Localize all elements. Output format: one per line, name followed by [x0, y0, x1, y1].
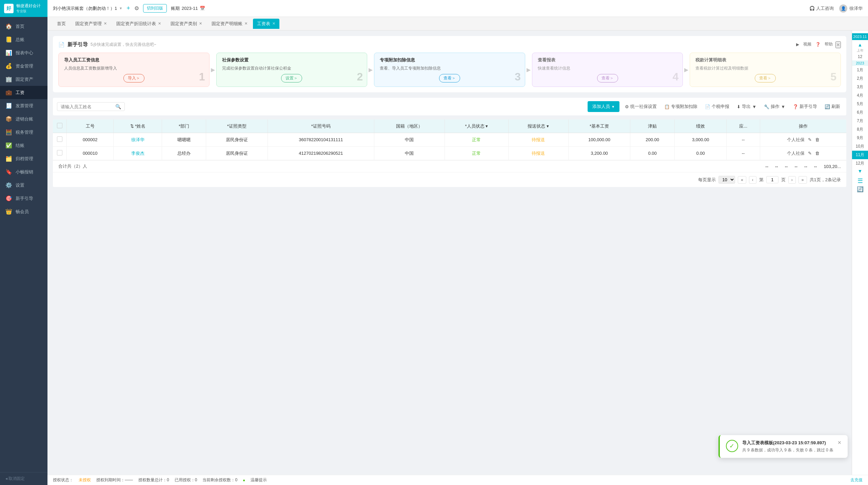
tab-detail[interactable]: 固定资产明细账 ✕ [208, 19, 252, 29]
add-people-button[interactable]: 添加人员 ▼ [588, 101, 619, 112]
row-2-checkbox-cell[interactable] [53, 147, 67, 160]
right-refresh-icon[interactable]: 🔄 [857, 186, 864, 192]
sidebar-item-fixed[interactable]: 🏢 固定资产 [0, 73, 47, 86]
calendar-up-nav[interactable]: ▲ [852, 41, 868, 48]
tab-fixed-assets[interactable]: 固定资产管理 ✕ [71, 19, 111, 29]
cal-month-9[interactable]: 9月 [852, 134, 868, 142]
cal-month-11[interactable]: 11月 [852, 151, 868, 159]
row-2-checkbox[interactable] [57, 150, 62, 155]
cal-month-7[interactable]: 7月 [852, 117, 868, 125]
export-button[interactable]: ⬇ 导出 ▼ [735, 102, 758, 111]
cal-month-8[interactable]: 8月 [852, 125, 868, 134]
calendar-down-nav[interactable]: ▼ [852, 168, 868, 174]
row-1-delete-icon[interactable]: 🗑 [815, 137, 820, 142]
cal-month-1[interactable]: 1月 [852, 66, 868, 74]
sidebar-item-guide[interactable]: 🎯 新手引导 [0, 192, 47, 205]
tab-detail-close[interactable]: ✕ [244, 21, 248, 26]
tab-fixed-assets-close[interactable]: ✕ [104, 21, 107, 26]
guide-close-button[interactable]: ✕ [835, 41, 841, 48]
row-1-social-btn[interactable]: 个人社保 [787, 137, 805, 142]
sidebar-label-archive: 归档管理 [16, 156, 33, 162]
status-filter-icon[interactable]: ▾ [486, 124, 488, 129]
sidebar-item-fund[interactable]: 💰 资金管理 [0, 59, 47, 73]
tab-payroll[interactable]: 工资表 ✕ [253, 19, 279, 29]
step-5-button[interactable]: 查看＞ [755, 74, 776, 82]
switch-version-button[interactable]: 切到旧版 [143, 4, 167, 13]
sidebar-item-settings[interactable]: ⚙️ 设置 [0, 179, 47, 192]
row-1-edit-icon[interactable]: ✎ [808, 137, 812, 142]
page-number-input[interactable] [766, 176, 778, 183]
row-1-checkbox-cell[interactable] [53, 133, 67, 147]
sidebar-unpin[interactable]: ◂ 取消固定 [0, 472, 47, 485]
row-1-name-link[interactable]: 徐泽华 [131, 137, 144, 142]
th-checkbox[interactable] [53, 119, 67, 133]
sidebar-item-member[interactable]: 👑 畅会员 [0, 205, 47, 218]
allowance-button[interactable]: 📋 专项附加扣除 [662, 102, 699, 111]
step-3-button[interactable]: 查看＞ [439, 74, 460, 82]
sidebar-item-invoice[interactable]: 🧾 发票管理 [0, 99, 47, 112]
first-page-button[interactable]: « [738, 176, 746, 184]
tax-declaration-button[interactable]: 📄 个税申报 [703, 102, 731, 111]
report-filter-icon[interactable]: ▾ [547, 124, 549, 129]
right-expand-icon[interactable]: ☰ [857, 177, 863, 185]
social-insurance-button[interactable]: ⚙ 统一社保设置 [623, 102, 659, 111]
cal-month-4[interactable]: 4月 [852, 91, 868, 100]
user-menu[interactable]: 👤 徐泽华 [839, 4, 863, 13]
sidebar-item-tax[interactable]: 🧮 税务管理 [0, 126, 47, 139]
cal-month-5[interactable]: 5月 [852, 100, 868, 108]
tab-category-close[interactable]: ✕ [199, 21, 202, 26]
sidebar-item-archive[interactable]: 🗂️ 归档管理 [0, 152, 47, 165]
cal-month-12[interactable]: 12月 [852, 159, 868, 168]
row-1-checkbox[interactable] [57, 136, 62, 142]
tab-home[interactable]: 首页 [53, 19, 70, 29]
tab-category[interactable]: 固定资产类别 ✕ [166, 19, 206, 29]
refresh-button[interactable]: 🔄 刷新 [823, 102, 842, 111]
row-2-name-link[interactable]: 李俊杰 [131, 151, 144, 156]
row-2-social-btn[interactable]: 个人社保 [787, 151, 805, 156]
sidebar-item-ledger[interactable]: 📒 总账 [0, 33, 47, 46]
add-account-button[interactable]: + [126, 5, 130, 12]
last-page-button[interactable]: » [798, 176, 807, 184]
recharge-button[interactable]: 去充值 [850, 477, 863, 483]
video-label[interactable]: 视频 [803, 41, 811, 47]
cal-month-2[interactable]: 2月 [852, 74, 868, 83]
row-1-name[interactable]: 徐泽华 [114, 133, 162, 147]
sidebar-item-expense[interactable]: 🔖 小畅报销 [0, 165, 47, 179]
select-all-checkbox[interactable] [57, 123, 62, 128]
cal-month-3[interactable]: 3月 [852, 83, 868, 91]
next-page-button[interactable]: › [788, 176, 796, 184]
search-input[interactable] [61, 104, 113, 109]
sidebar-item-payroll[interactable]: 💼 工资 [0, 86, 47, 99]
tab-depreciation-close[interactable]: ✕ [158, 21, 161, 26]
cal-month-prev-12[interactable]: 12 [852, 53, 868, 60]
cal-month-10[interactable]: 10月 [852, 142, 868, 151]
operations-button[interactable]: 🔧 操作 ▼ [762, 102, 787, 111]
invoice-icon: 🧾 [5, 102, 12, 109]
row-2-edit-icon[interactable]: ✎ [808, 151, 812, 156]
cal-month-6[interactable]: 6月 [852, 108, 868, 117]
settings-button[interactable]: ⚙ [134, 5, 139, 12]
operations-icon: 🔧 [764, 104, 769, 109]
row-2-delete-icon[interactable]: 🗑 [815, 151, 820, 156]
tab-payroll-close[interactable]: ✕ [272, 21, 275, 26]
toast-close-button[interactable]: ✕ [837, 440, 842, 445]
prev-page-button[interactable]: ‹ [749, 176, 756, 184]
page-size-select[interactable]: 10 20 50 [718, 176, 735, 184]
sidebar-item-home[interactable]: 🏠 首页 [0, 20, 47, 33]
step-1-button[interactable]: 导入＞ [123, 74, 144, 82]
help-label[interactable]: 帮助 [825, 41, 833, 47]
sidebar-item-settle[interactable]: ✅ 结账 [0, 139, 47, 152]
row-1-performance: 3,000.00 [675, 133, 727, 147]
sidebar-item-reports[interactable]: 📊 报表中心 [0, 46, 47, 59]
sidebar-item-inventory[interactable]: 📦 进销台账 [0, 112, 47, 126]
account-selector[interactable]: 刘小艳演示账套（勿删勿动！）1 ▼ [53, 5, 122, 12]
step-2-button[interactable]: 设置＞ [281, 74, 302, 82]
step-4-button[interactable]: 查看＞ [597, 74, 618, 82]
row-2-name[interactable]: 李俊杰 [114, 147, 162, 160]
tab-depreciation[interactable]: 固定资产折旧统计表 ✕ [112, 19, 165, 29]
new-guide-button[interactable]: ❓ 新手引导 [791, 102, 819, 111]
row-1-dept: 嗯嗯嗯 [162, 133, 206, 147]
search-box[interactable]: 🔍 [57, 102, 125, 111]
support-button[interactable]: 🎧 人工咨询 [809, 5, 834, 12]
period-selector[interactable]: 账期 2023-11 📅 [171, 5, 205, 12]
